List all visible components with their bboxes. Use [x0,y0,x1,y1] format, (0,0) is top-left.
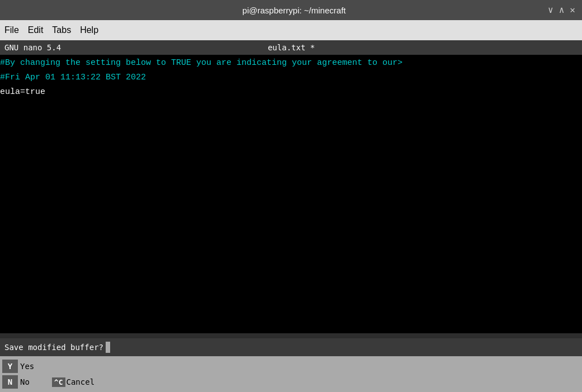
save-prompt-bar: Save modified buffer? [0,338,582,356]
maximize-button[interactable]: ∧ [559,6,565,15]
editor-line-1: #By changing the setting below to TRUE y… [0,56,582,70]
editor-container: GNU nano 5.4 eula.txt * #By changing the… [0,40,582,333]
yes-label: Yes [20,362,34,371]
menu-help[interactable]: Help [80,25,98,35]
menu-edit[interactable]: Edit [28,25,44,35]
cancel-option: ^C Cancel [52,377,117,387]
title-text: pi@raspberrypi: ~/minecraft [40,6,548,15]
nano-version: GNU nano 5.4 [4,43,61,52]
yes-key[interactable]: Y [2,360,18,373]
menu-file[interactable]: File [4,25,19,35]
cancel-label: Cancel [67,377,95,386]
file-name: eula.txt * [268,43,315,52]
status-bar-top: GNU nano 5.4 eula.txt * [0,40,582,55]
menu-tabs[interactable]: Tabs [52,25,71,35]
title-controls: ∨ ∧ ✕ [548,6,575,15]
minimize-button[interactable]: ∨ [548,6,553,15]
save-prompt-cursor [106,342,110,353]
menu-bar: File Edit Tabs Help [0,20,582,40]
close-button[interactable]: ✕ [570,6,575,15]
ctrl-c-key[interactable]: ^C [52,377,65,387]
editor-line-2: #Fri Apr 01 11:13:22 BST 2022 [0,70,582,85]
editor-line-3: eula=true [0,85,582,100]
options-bar: Y Yes N No ^C Cancel [0,356,582,392]
editor-content[interactable]: #By changing the setting below to TRUE y… [0,55,582,333]
option-no-row: N No ^C Cancel [0,374,582,390]
no-label: No [20,377,30,386]
bottom-area: Save modified buffer? Y Yes N No ^C Canc… [0,338,582,392]
save-prompt-text: Save modified buffer? [4,343,103,352]
no-key[interactable]: N [2,375,18,389]
title-bar: pi@raspberrypi: ~/minecraft ∨ ∧ ✕ [0,0,582,20]
option-yes-row: Y Yes [0,358,582,374]
